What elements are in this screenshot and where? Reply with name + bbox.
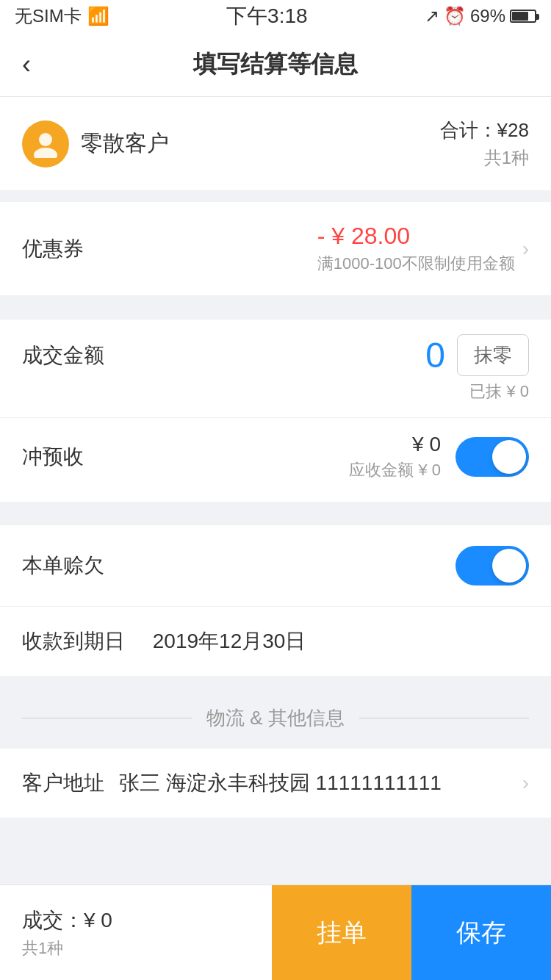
customer-name: 零散客户 (81, 129, 169, 159)
save-button[interactable]: 保存 (411, 885, 551, 981)
debt-row: 本单赊欠 (0, 525, 551, 606)
debt-toggle-knob (492, 549, 526, 583)
svg-point-1 (34, 148, 57, 158)
amount-section: 成交金额 0 抹零 已抹 ¥ 0 (0, 320, 551, 417)
bottom-deal: 成交：¥ 0 (22, 907, 250, 934)
coupon-row[interactable]: 优惠券 - ¥ 28.00 满1000-100不限制使用金额 › (0, 202, 551, 296)
debt-label: 本单赊欠 (22, 552, 104, 580)
prereceive-label: 冲预收 (22, 443, 84, 471)
content-area: 零散客户 合计：¥28 共1种 优惠券 - ¥ 28.00 满1000-100不… (0, 97, 551, 925)
prereceive-row: 冲预收 ¥ 0 应收金额 ¥ 0 (22, 433, 529, 481)
address-row[interactable]: 客户地址 张三 海淀永丰科技园 11111111111 › (0, 749, 551, 818)
address-chevron-icon: › (522, 771, 529, 795)
coupon-label: 优惠券 (22, 235, 84, 263)
amount-right: 0 抹零 (425, 334, 529, 376)
location-icon: ↗ (425, 6, 439, 26)
avatar (22, 120, 69, 167)
wifi-icon: 📶 (87, 6, 109, 26)
hang-order-button[interactable]: 挂单 (272, 885, 411, 981)
prereceive-section: 冲预收 ¥ 0 应收金额 ¥ 0 (0, 417, 551, 502)
debt-toggle[interactable] (455, 546, 529, 586)
logistics-divider: 物流 & 其他信息 (0, 688, 551, 749)
customer-section: 零散客户 合计：¥28 共1种 (0, 97, 551, 190)
address-section[interactable]: 客户地址 张三 海淀永丰科技园 11111111111 › (0, 749, 551, 818)
bottom-summary: 成交：¥ 0 共1种 (0, 907, 272, 959)
logistics-label: 物流 & 其他信息 (206, 705, 345, 731)
svg-point-0 (39, 133, 52, 146)
battery-label: 69% (470, 6, 505, 26)
round-zero-button[interactable]: 抹零 (457, 334, 529, 376)
coupon-section[interactable]: 优惠券 - ¥ 28.00 满1000-100不限制使用金额 › (0, 202, 551, 296)
time-label: 下午3:18 (226, 2, 308, 30)
transaction-section: 成交金额 0 抹零 已抹 ¥ 0 冲预收 ¥ 0 应收金额 ¥ 0 (0, 320, 551, 502)
section-divider-2 (0, 514, 551, 525)
prereceive-sub-value: 应收金额 ¥ 0 (349, 459, 441, 481)
deal-label: 成交： (22, 909, 84, 932)
prereceive-values: ¥ 0 应收金额 ¥ 0 (349, 433, 441, 481)
back-button[interactable]: ‹ (22, 49, 31, 80)
status-left: 无SIM卡 📶 (15, 4, 109, 28)
coupon-value: - ¥ 28.00 (317, 223, 515, 250)
alarm-icon: ⏰ (444, 6, 466, 26)
prereceive-toggle[interactable] (455, 437, 529, 477)
address-value: 张三 海淀永丰科技园 11111111111 (119, 769, 522, 797)
page-title: 填写结算等信息 (193, 48, 358, 81)
coupon-desc: 满1000-100不限制使用金额 (317, 253, 515, 275)
customer-right: 合计：¥28 共1种 (440, 118, 529, 170)
total-label: 合计：¥28 (440, 118, 529, 143)
chevron-right-icon: › (522, 237, 529, 261)
bottom-bar: 成交：¥ 0 共1种 挂单 保存 (0, 884, 551, 980)
total-count: 共1种 (440, 146, 529, 170)
status-bar: 无SIM卡 📶 下午3:18 ↗ ⏰ 69% (0, 0, 551, 32)
debt-section: 本单赊欠 收款到期日 2019年12月30日 (0, 525, 551, 676)
bottom-count: 共1种 (22, 937, 250, 959)
toggle-knob (492, 440, 526, 474)
section-divider-1 (0, 308, 551, 320)
amount-value: 0 (425, 335, 445, 375)
carrier-label: 无SIM卡 (15, 4, 82, 28)
amount-row: 成交金额 0 抹零 (22, 334, 529, 376)
customer-row: 零散客户 合计：¥28 共1种 (0, 97, 551, 190)
nav-bar: ‹ 填写结算等信息 (0, 32, 551, 97)
deal-value: ¥ 0 (84, 909, 112, 932)
due-date-row: 收款到期日 2019年12月30日 (0, 606, 551, 676)
due-date-value: 2019年12月30日 (153, 630, 306, 652)
coupon-value-block: - ¥ 28.00 满1000-100不限制使用金额 (317, 223, 515, 275)
customer-left: 零散客户 (22, 120, 169, 167)
logistics-line-right (359, 718, 529, 718)
prereceive-right: ¥ 0 应收金额 ¥ 0 (349, 433, 529, 481)
coupon-right: - ¥ 28.00 满1000-100不限制使用金额 › (317, 223, 529, 275)
amount-sub: 已抹 ¥ 0 (22, 381, 529, 403)
status-right: ↗ ⏰ 69% (425, 6, 536, 26)
due-date-label: 收款到期日 (22, 630, 125, 652)
person-icon (32, 130, 60, 158)
address-label: 客户地址 (22, 769, 104, 797)
battery-icon (510, 10, 536, 23)
prereceive-main-value: ¥ 0 (349, 433, 441, 456)
amount-label: 成交金额 (22, 342, 104, 370)
logistics-line-left (22, 718, 192, 718)
